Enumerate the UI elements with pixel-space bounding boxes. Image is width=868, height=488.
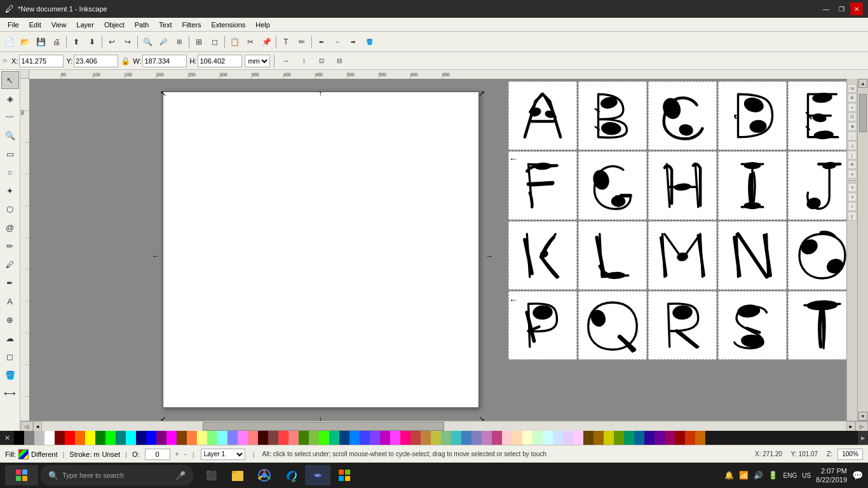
palette-color-ffff80[interactable]	[197, 431, 207, 445]
palette-color-cc6600[interactable]	[695, 431, 705, 445]
sprite-O[interactable]	[788, 221, 849, 290]
hscrollbar[interactable]: ◁ ◄ ► ▷	[20, 421, 868, 431]
palette-color-000000[interactable]	[14, 431, 24, 445]
pen-tool[interactable]: 🖊	[1, 255, 19, 273]
fill-color-box[interactable]	[18, 449, 29, 459]
zoom-input[interactable]	[837, 449, 863, 460]
calligraphy-tool[interactable]: ✒	[1, 274, 19, 292]
sprite-D[interactable]	[718, 81, 787, 150]
snap-btn-14[interactable]: |/	[848, 212, 857, 220]
x-input[interactable]	[19, 55, 64, 67]
paste-button[interactable]: 📌	[259, 34, 274, 50]
palette-color-4080c0[interactable]	[461, 431, 471, 445]
flip-v-button[interactable]: ↕	[296, 53, 311, 69]
palette-color-0080ff[interactable]	[349, 431, 360, 445]
palette-color-ffd8b0[interactable]	[512, 431, 522, 445]
sprite-A[interactable]	[508, 81, 577, 150]
sprite-P[interactable]	[508, 291, 577, 360]
scroll-up[interactable]: ▲	[858, 79, 867, 88]
snap-btn-12[interactable]: ∨	[848, 193, 857, 201]
import-button[interactable]: ⬆	[69, 34, 84, 50]
palette-color-80c080[interactable]	[441, 431, 451, 445]
menu-file[interactable]: File	[3, 20, 24, 30]
align-right-button[interactable]: ➡	[346, 34, 361, 50]
palette-color-c04040[interactable]	[410, 431, 421, 445]
palette-color-ffccff[interactable]	[573, 431, 583, 445]
menu-edit[interactable]: Edit	[24, 20, 46, 30]
palette-color-8080c0[interactable]	[471, 431, 482, 445]
palette-color-c080c0[interactable]	[482, 431, 492, 445]
hscroll-track[interactable]	[42, 422, 846, 431]
undo-button[interactable]: ↩	[104, 34, 119, 50]
start-button[interactable]	[5, 465, 38, 485]
palette-x-button[interactable]: ✕	[0, 431, 14, 445]
maximize-button[interactable]: ❐	[835, 3, 848, 15]
palette-color-c000c0[interactable]	[380, 431, 390, 445]
palette-color-330099[interactable]	[644, 431, 654, 445]
y-input[interactable]	[74, 55, 118, 67]
menu-path[interactable]: Path	[130, 20, 154, 30]
star-tool[interactable]: ✦	[1, 182, 19, 200]
palette-color-ff8080[interactable]	[288, 431, 299, 445]
node-tool-btn[interactable]: ✏	[294, 34, 309, 50]
palette-color-ccffff[interactable]	[543, 431, 553, 445]
palette-color-ff6600[interactable]	[75, 431, 85, 445]
zoom-tool[interactable]: 🔍	[1, 126, 19, 144]
palette-color-ff00ff[interactable]	[166, 431, 177, 445]
menu-text[interactable]: Text	[154, 20, 177, 30]
palette-color-ff40ff[interactable]	[390, 431, 400, 445]
canvas-wrapper[interactable]: 50 100 150 200 250 300 350 400 450 500 5…	[20, 70, 868, 431]
scroll-right-btn[interactable]: ►	[846, 421, 855, 431]
snap-btn-6[interactable]: ○	[848, 132, 857, 140]
palette-color-c08040[interactable]	[421, 431, 431, 445]
palette-color-00c080[interactable]	[329, 431, 339, 445]
ungroup-button[interactable]: ◻	[207, 34, 222, 50]
align-button[interactable]: ⊟	[332, 53, 347, 69]
palette-color-990066[interactable]	[665, 431, 675, 445]
sprite-I[interactable]	[718, 151, 787, 220]
layer-select[interactable]: Layer 1	[201, 449, 245, 460]
circle-tool[interactable]: ○	[1, 163, 19, 181]
sprite-T[interactable]	[788, 291, 849, 360]
eraser-tool[interactable]: ◻	[1, 348, 19, 365]
palette-color-804000[interactable]	[177, 431, 187, 445]
minimize-button[interactable]: —	[820, 3, 832, 15]
scroll-down[interactable]: ▼	[858, 412, 867, 421]
snap-btn-11[interactable]: ∧	[848, 183, 857, 192]
snap-btn-1[interactable]: %	[848, 84, 857, 93]
spiral-tool[interactable]: @	[1, 219, 19, 236]
palette-color-40ff00[interactable]	[319, 431, 329, 445]
snap-btn-10[interactable]: ≡	[848, 170, 857, 179]
palette-color-009966[interactable]	[624, 431, 634, 445]
palette-color-800000[interactable]	[55, 431, 65, 445]
select-tool[interactable]: ↖	[1, 71, 19, 89]
tweak-tool[interactable]: 〰	[1, 108, 19, 126]
palette-color-40c0c0[interactable]	[451, 431, 461, 445]
sprite-F[interactable]	[508, 151, 577, 220]
palette-color-800080[interactable]	[156, 431, 166, 445]
palette-color-006699[interactable]	[634, 431, 644, 445]
palette-color-660099[interactable]	[654, 431, 665, 445]
sprite-K[interactable]	[508, 221, 577, 290]
sprite-N[interactable]	[718, 221, 787, 290]
menu-extensions[interactable]: Extensions	[206, 20, 250, 30]
vscrollbar[interactable]: ▲ ▼	[857, 79, 868, 421]
palette-color-ffffcc[interactable]	[522, 431, 532, 445]
palette-color-004080[interactable]	[339, 431, 349, 445]
pencil-tool[interactable]: ✏	[1, 237, 19, 255]
palette-color-4040ff[interactable]	[360, 431, 370, 445]
palette-color-664400[interactable]	[583, 431, 593, 445]
flip-h-button[interactable]: ↔	[278, 53, 294, 69]
sprite-panel[interactable]	[506, 79, 849, 421]
sprite-J[interactable]	[788, 151, 849, 220]
taskview-button[interactable]: ⬛	[198, 465, 224, 485]
palette-color-cc3300[interactable]	[685, 431, 695, 445]
sprite-H[interactable]	[648, 151, 717, 220]
text-tool-btn[interactable]: T	[278, 34, 294, 50]
menu-object[interactable]: Object	[99, 20, 130, 30]
opacity-input[interactable]	[145, 449, 170, 460]
menu-filters[interactable]: Filters	[177, 20, 207, 30]
snap-btn-7[interactable]: △	[848, 141, 857, 150]
snap-btn-3[interactable]: +	[848, 103, 857, 112]
palette-color-80ff80[interactable]	[207, 431, 217, 445]
